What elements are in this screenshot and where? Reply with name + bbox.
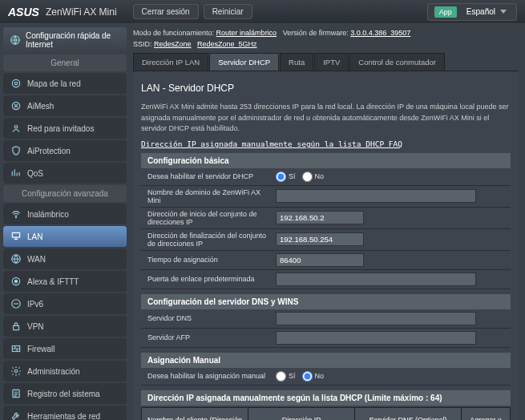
yes-text: Sí xyxy=(289,172,296,180)
tab-route[interactable]: Ruta xyxy=(280,53,313,71)
no-text: No xyxy=(315,172,325,180)
enable-dhcp-yes[interactable]: Sí xyxy=(276,172,296,182)
sidebar-item-syslog[interactable]: Registro del sistema xyxy=(3,383,127,404)
manual-yes[interactable]: Sí xyxy=(276,371,296,382)
radio-manual-yes[interactable] xyxy=(276,371,286,382)
sidebar-label: AiMesh xyxy=(27,102,54,111)
lease-input[interactable] xyxy=(276,253,364,267)
row-lease: Tiempo de asignación xyxy=(141,251,511,270)
radio-manual-no[interactable] xyxy=(302,371,313,382)
logout-button[interactable]: Cerrar sesión xyxy=(133,4,199,19)
svg-point-5 xyxy=(15,217,16,218)
gear-icon xyxy=(10,365,22,378)
main-panel: Modo de funcionamiento: Router inalámbri… xyxy=(130,24,525,420)
map-icon xyxy=(10,77,22,90)
tab-switch[interactable]: Control de conmutador xyxy=(349,53,445,71)
yes-text: Sí xyxy=(289,371,296,379)
domain-label: Nombre de dominio de ZenWiFi AX Mini xyxy=(147,188,276,204)
sidebar-item-ipv6[interactable]: IPv6 xyxy=(3,293,127,314)
no-text: No xyxy=(315,371,325,379)
row-manual-enable: Desea habilitar la asignación manual Sí … xyxy=(141,368,511,386)
lan-icon xyxy=(10,230,22,243)
sidebar-item-aiprotection[interactable]: AiProtection xyxy=(3,140,127,161)
section-table: Dirección IP asignada manualmente según … xyxy=(141,390,511,406)
tab-dhcp[interactable]: Servidor DHCP xyxy=(209,53,279,71)
sidebar-item-aimesh[interactable]: AiMesh xyxy=(3,95,127,116)
globe-icon xyxy=(10,34,21,46)
sidebar-item-qos[interactable]: QoS xyxy=(3,163,127,184)
section-basic: Configuración básica xyxy=(141,153,511,168)
dns-input[interactable] xyxy=(276,312,476,325)
sidebar-label: Inalámbrico xyxy=(27,210,69,219)
mesh-icon xyxy=(10,99,22,112)
enable-dhcp-no[interactable]: No xyxy=(302,172,325,182)
th-ip: Dirección IP xyxy=(248,408,355,421)
pool-start-label: Dirección de inicio del conjunto de dire… xyxy=(147,210,276,226)
lock-icon xyxy=(10,320,22,333)
sidebar: Configuración rápida de Internet General… xyxy=(0,24,130,420)
page-title: LAN - Servidor DHCP xyxy=(141,78,511,102)
mode-value[interactable]: Router inalámbrico xyxy=(216,29,277,37)
table-header: Nombre del cliente (Dirección MAC) Direc… xyxy=(141,407,511,421)
domain-input[interactable] xyxy=(276,189,476,203)
svg-point-2 xyxy=(14,82,18,85)
svg-point-9 xyxy=(14,280,18,283)
sidebar-label: Mapa de la red xyxy=(27,79,81,88)
quick-setup-button[interactable]: Configuración rápida de Internet xyxy=(3,27,127,53)
ssid-value-2: RedesZone_5GHz xyxy=(197,40,257,48)
reboot-button[interactable]: Reiniciar xyxy=(204,4,252,19)
tab-iptv[interactable]: IPTV xyxy=(314,53,349,71)
sidebar-label: AiProtection xyxy=(27,147,71,155)
sidebar-label: Herramientas de red xyxy=(27,412,100,421)
dns-label: Servidor DNS xyxy=(147,314,276,322)
faq-link[interactable]: Dirección IP asignada manualmente según … xyxy=(141,139,402,148)
sidebar-item-nettools[interactable]: Herramientas de red xyxy=(3,406,127,420)
sidebar-label: Administración xyxy=(27,367,80,376)
ssid-label: SSID: xyxy=(133,40,152,48)
mode-label: Modo de funcionamiento: xyxy=(133,29,214,37)
sidebar-item-wan[interactable]: WAN xyxy=(3,248,127,269)
top-bar: ASUS ZenWiFi AX Mini Cerrar sesión Reini… xyxy=(0,0,525,24)
language-selector[interactable]: App Español xyxy=(427,3,517,21)
manual-no[interactable]: No xyxy=(302,371,325,382)
afp-label: Servidor AFP xyxy=(147,333,276,341)
gateway-input[interactable] xyxy=(276,273,476,286)
fw-value[interactable]: 3.0.0.4.386_39507 xyxy=(350,29,410,37)
pool-end-input[interactable] xyxy=(276,232,364,246)
sidebar-item-admin[interactable]: Administración xyxy=(3,361,127,382)
shield-icon xyxy=(10,144,22,157)
sidebar-header-general: General xyxy=(3,55,127,71)
qos-icon xyxy=(10,167,22,180)
row-gateway: Puerta de enlace predeterminada xyxy=(141,270,511,289)
tools-icon xyxy=(10,410,22,420)
sidebar-item-vpn[interactable]: VPN xyxy=(3,316,127,337)
sidebar-item-network-map[interactable]: Mapa de la red xyxy=(3,73,127,94)
radio-yes[interactable] xyxy=(276,172,286,182)
manual-enable-label: Desea habilitar la asignación manual xyxy=(147,372,276,380)
sidebar-item-lan[interactable]: LAN xyxy=(3,226,127,247)
afp-input[interactable] xyxy=(276,331,476,345)
quick-setup-label: Configuración rápida de Internet xyxy=(26,31,120,49)
meta-ssid: SSID: RedesZone RedesZone_5GHz xyxy=(133,38,519,50)
tabs: Dirección IP LAN Servidor DHCP Ruta IPTV… xyxy=(133,53,519,71)
sidebar-label: QoS xyxy=(27,169,43,178)
row-afp: Servidor AFP xyxy=(141,329,511,348)
sidebar-item-wireless[interactable]: Inalámbrico xyxy=(3,204,127,224)
svg-point-1 xyxy=(12,79,19,87)
section-dns: Configuración del servidor DNS y WINS xyxy=(141,294,511,309)
content: LAN - Servidor DHCP ZenWiFi AX Mini admi… xyxy=(133,71,519,420)
sidebar-item-guest[interactable]: Red para invitados xyxy=(3,118,127,139)
sidebar-label: WAN xyxy=(27,255,46,264)
wan-icon xyxy=(10,252,22,265)
radio-no[interactable] xyxy=(302,172,313,182)
tab-lan-ip[interactable]: Dirección IP LAN xyxy=(133,53,208,71)
enable-dhcp-label: Desea habilitar el servidor DHCP xyxy=(147,172,276,180)
row-pool-end: Dirección de finalización del conjunto d… xyxy=(141,229,511,251)
row-dns: Servidor DNS xyxy=(141,309,511,329)
sidebar-header-advanced: Configuración avanzada xyxy=(3,185,127,202)
sidebar-item-firewall[interactable]: Firewall xyxy=(3,338,127,359)
sidebar-item-alexa[interactable]: Alexa & IFTTT xyxy=(3,271,127,292)
lease-label: Tiempo de asignación xyxy=(147,256,276,264)
pool-start-input[interactable] xyxy=(276,211,364,224)
sidebar-label: Registro del sistema xyxy=(27,390,100,398)
